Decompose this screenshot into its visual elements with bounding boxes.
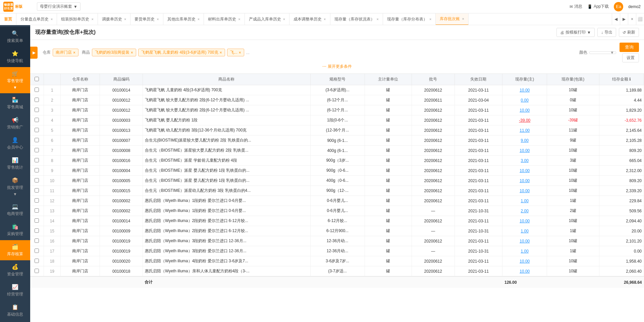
row-qty-main[interactable]: 3.00 [502,156,547,166]
close-icon[interactable]: × [157,17,159,21]
close-icon[interactable]: × [324,17,326,21]
sidebar-item-ecommerce[interactable]: 💻 电商管理 [0,200,30,220]
row-qty-main[interactable]: 10.00 [502,105,547,115]
row-qty-main[interactable]: 10.00 [502,176,547,186]
close-icon[interactable]: × [91,17,93,21]
product-tag-1[interactable]: 飞鹤奶粉3段两提装 × [92,49,136,56]
row-checkbox[interactable] [30,136,44,146]
sidebar-item-purchase[interactable]: 🛍️ 采购管理 [0,220,30,240]
warehouse-remove-icon[interactable]: × [73,50,75,55]
sidebar-item-wholesale[interactable]: 📦 批发管理 ▼ [0,174,30,200]
close-icon[interactable]: × [377,17,379,21]
row-checkbox[interactable] [30,125,44,136]
tab-order[interactable]: 要货单历史 × [130,13,163,25]
row-qty-main[interactable]: 10.00 [502,166,547,176]
row-checkbox[interactable] [30,216,44,226]
row-qty-main[interactable]: 9.00 [502,136,547,146]
tab-stock-status[interactable]: 现存量（库存状况表） × [330,13,383,25]
close-icon[interactable]: × [51,17,53,21]
row-checkbox[interactable] [30,266,44,277]
close-icon[interactable]: × [283,17,285,21]
sidebar-item-retail[interactable]: 🛒 零售管理 ▼ [0,67,30,93]
set-btn[interactable]: 设置 [622,53,639,62]
row-checkbox[interactable] [30,186,44,196]
sidebar-item-search[interactable]: 🔍 搜索英单 [0,27,30,47]
sidebar-item-system[interactable]: ⚙️ 系统管理 [0,321,30,322]
row-qty-main[interactable]: 0.00 [502,95,547,105]
row-checkbox[interactable] [30,206,44,216]
sidebar-item-basic[interactable]: 📋 基础信息 [0,301,30,321]
row-checkbox[interactable] [30,246,44,256]
tab-cost-adjust[interactable]: 成本调整单历史 × [289,13,330,25]
user-avatar[interactable]: Ea [614,2,623,11]
product-tag-3[interactable]: 飞... × [227,49,244,56]
row-qty-main[interactable]: 11.00 [502,125,547,136]
close-icon[interactable]: × [462,17,464,21]
nav-close-btn[interactable]: × [628,13,636,25]
tab-inventory-count[interactable]: 分量盘点单历史 × [16,13,57,25]
row-qty-main[interactable]: 10.00 [502,256,547,266]
row-checkbox[interactable] [30,236,44,246]
sidebar-item-finance[interactable]: 💰 资金管理 [0,260,30,280]
sidebar-item-marketing[interactable]: 📢 营销推广 [0,113,30,133]
row-qty-main[interactable]: 10.00 [502,266,547,277]
export-btn[interactable]: ↓ 导出 [597,28,616,37]
row-qty-main[interactable]: 1.00 [502,246,547,256]
sidebar-item-retail-mall[interactable]: 🏪 零售商城 [0,93,30,113]
expand-conditions-btn[interactable]: ⋯ 展开更多条件 [35,62,639,71]
row-checkbox[interactable] [30,95,44,105]
tab-transfer[interactable]: 调拨单历史 × [98,13,130,25]
close-icon[interactable]: × [198,17,200,21]
sidebar-item-retail-stat[interactable]: 📊 零售统计 [0,154,30,174]
row-checkbox[interactable] [30,196,44,206]
expand-sidebar-btn[interactable]: ▶ [30,47,38,59]
row-checkbox[interactable] [30,146,44,156]
tab-material[interactable]: 材料出库单历史 × [204,13,245,25]
tab-stock-dist[interactable]: 现存量（库存分布表） × [383,13,436,25]
row-qty-main[interactable]: 2.00 [502,206,547,216]
tab-home[interactable]: 首页 [0,13,16,25]
more-products-icon[interactable]: ... [246,50,250,55]
refresh-btn[interactable]: ↺ 刷新 [619,28,639,37]
close-icon[interactable]: × [124,17,126,21]
nav-next-btn[interactable]: ▶ [620,13,628,25]
product-remove-icon[interactable]: × [239,50,241,55]
row-checkbox[interactable] [30,105,44,115]
row-qty-main[interactable]: 1.00 [502,196,547,206]
row-checkbox[interactable] [30,226,44,236]
sidebar-item-shortcut[interactable]: ⭐ 快捷导航 [0,47,30,67]
row-checkbox[interactable] [30,256,44,266]
tab-assembly[interactable]: 组装拆卸单历史 × [57,13,98,25]
row-qty-main[interactable]: -39.00 [502,115,547,125]
row-checkbox[interactable] [30,115,44,125]
row-checkbox[interactable] [30,156,44,166]
query-btn[interactable]: 查询 [620,43,639,52]
sidebar-item-inventory[interactable]: 🗂️ 库存核算 [0,240,30,260]
product-tag-2[interactable]: 飞鹤星飞帆 儿童奶粉 4段(3-6岁适用) 700克 × [138,49,225,56]
row-qty-main[interactable]: 10.00 [502,216,547,226]
row-qty-main[interactable]: 10.00 [502,85,547,95]
select-all-checkbox[interactable] [35,77,39,81]
sidebar-item-operation[interactable]: 📈 经营管理 [0,280,30,301]
tab-batch-stock[interactable]: 库存批次账 × [436,13,468,25]
row-checkbox[interactable] [30,176,44,186]
product-remove-icon[interactable]: × [131,50,133,55]
nav-max-btn[interactable]: ⬜ [636,13,644,25]
sidebar-item-member[interactable]: 👤 会员中心 [0,133,30,154]
row-qty-main[interactable]: 10.00 [502,146,547,156]
close-icon[interactable]: × [238,17,240,21]
app-download-btn[interactable]: 📱 App下载 [587,4,609,9]
company-selector[interactable]: 母婴行业演示账套 ▼ [37,2,80,11]
product-remove-icon[interactable]: × [220,50,222,55]
nav-prev-btn[interactable]: ◀ [612,13,620,25]
message-btn[interactable]: ✉ 消息 [570,4,582,9]
color-dropdown[interactable]: ▼ [589,51,616,54]
template-print-btn[interactable]: 🖨 按模板打印 ▼ [556,28,595,37]
row-checkbox[interactable] [30,85,44,95]
row-checkbox[interactable] [30,166,44,176]
row-qty-main[interactable]: 1.00 [502,226,547,236]
tab-product-inbound[interactable]: 产成品入库单历史 × [245,13,289,25]
close-icon[interactable]: × [429,17,431,21]
row-qty-main[interactable]: 10.00 [502,186,547,196]
row-qty-main[interactable]: 10.00 [502,236,547,246]
